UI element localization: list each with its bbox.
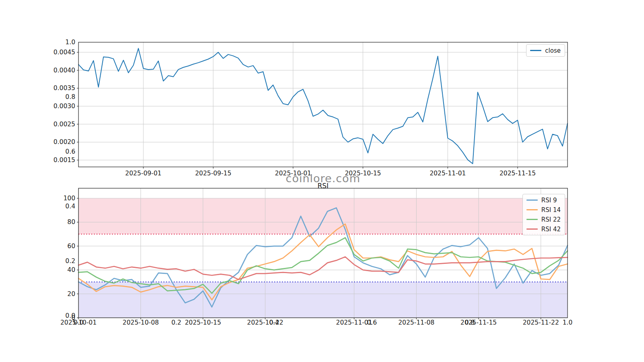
legend-label-rsi-42: RSI 42 [541,226,561,233]
close-line-swatch [530,50,541,51]
rsi-chart [77,188,568,319]
unit-x-tick-label: 0.6 [367,319,377,326]
unit-y-tick-label: 0.8 [65,93,75,101]
legend-item-rsi-42: RSI 42 [526,225,561,233]
overbought-band [78,198,568,234]
unit-x-tick-label: 1.0 [563,319,573,326]
rsi-x-tick-label: 2025-10-15 [185,319,221,326]
rsi-y-tick-label: 100 [63,195,75,202]
legend-item-rsi-14: RSI 14 [526,206,561,214]
price-y-tick-label: 0.0040 [54,67,75,74]
unit-x-tick-label: 0.8 [465,319,475,326]
rsi-chart-title: RSI [78,182,568,190]
rsi-9-line-swatch [526,200,538,201]
unit-y-tick-label: 0.2 [65,257,75,265]
legend-item-close: close [530,46,561,55]
unit-y-tick-label: 0.4 [65,203,75,210]
unit-x-tick-label: 0.2 [171,319,182,326]
unit-y-tick-label: 0.0 [65,312,75,319]
legend-label-rsi-9: RSI 9 [541,197,557,204]
price-chart [77,42,568,169]
legend-label-rsi-14: RSI 14 [541,206,561,214]
unit-x-tick-label: 0.0 [74,319,84,326]
rsi-x-tick-label: 2025-10-08 [123,319,159,326]
rsi-y-tick-label: 20 [67,290,75,298]
rsi-legend: RSI 9 RSI 14 RSI 22 RSI 42 [522,194,565,235]
legend-item-rsi-9: RSI 9 [526,196,561,204]
unit-y-tick-label: 0.6 [65,148,75,155]
rsi-42-line-swatch [526,228,538,230]
price-legend: close [526,44,565,57]
legend-item-rsi-22: RSI 22 [526,215,561,224]
oversold-band [78,282,568,318]
rsi-y-tick-label: 40 [67,266,75,274]
rsi-y-tick-label: 80 [67,218,75,226]
unit-x-tick-label: 0.4 [269,319,279,326]
unit-y-tick-label: 1.0 [65,39,75,46]
rsi-x-tick-label: 2025-11-22 [523,319,559,326]
price-y-tick-label: 0.0020 [54,138,75,146]
price-y-tick-label: 0.0045 [54,49,75,56]
rsi-14-line-swatch [526,209,538,210]
legend-label-rsi-22: RSI 22 [541,216,561,223]
rsi-22-line-swatch [526,219,538,220]
price-y-tick-label: 0.0035 [54,84,75,92]
price-y-tick-label: 0.0025 [54,121,75,128]
rsi-y-tick-label: 60 [67,243,75,250]
price-y-tick-label: 0.0030 [54,103,75,110]
rsi-x-tick-label: 2025-11-08 [398,319,434,326]
figure: 2025-09-012025-09-152025-10-012025-10-15… [0,0,644,362]
price-plot-frame [78,42,568,167]
legend-label-close: close [545,47,561,54]
price-y-tick-label: 0.0015 [54,156,75,164]
